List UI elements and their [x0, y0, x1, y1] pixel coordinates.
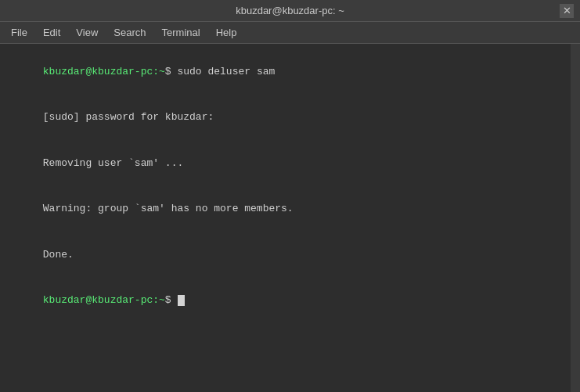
close-button[interactable]: ✕ [560, 4, 574, 18]
terminal-line-5: Done. [6, 232, 574, 278]
menu-file[interactable]: File [3, 24, 35, 41]
terminal-line-4: Warning: group `sam' has no more members… [6, 186, 574, 232]
terminal-line-3: Removing user `sam' ... [6, 140, 574, 186]
menu-search[interactable]: Search [106, 24, 153, 41]
final-path: ~ [159, 294, 165, 306]
menu-terminal[interactable]: Terminal [154, 24, 208, 41]
prompt-1: kbuzdar@kbuzdar-pc: [43, 66, 159, 77]
final-prompt: kbuzdar@kbuzdar-pc: [43, 294, 159, 306]
terminal-body[interactable]: kbuzdar@kbuzdar-pc:~$ sudo deluser sam [… [0, 44, 580, 392]
terminal-line-2: [sudo] password for kbuzdar: [6, 95, 574, 141]
terminal-window: kbuzdar@kbuzdar-pc: ~ ✕ File Edit View S… [0, 0, 580, 392]
menu-help[interactable]: Help [208, 24, 245, 41]
output-3: Removing user `sam' ... [43, 157, 183, 169]
scrollbar[interactable] [571, 44, 580, 392]
path-1: ~ [159, 66, 165, 77]
menu-bar: File Edit View Search Terminal Help [0, 22, 580, 44]
title-bar: kbuzdar@kbuzdar-pc: ~ ✕ [0, 0, 580, 22]
menu-view[interactable]: View [68, 24, 106, 41]
terminal-line-final: kbuzdar@kbuzdar-pc:~$ [6, 278, 574, 324]
terminal-line-1: kbuzdar@kbuzdar-pc:~$ sudo deluser sam [6, 49, 574, 95]
output-2: [sudo] password for kbuzdar: [43, 111, 214, 123]
menu-edit[interactable]: Edit [35, 24, 68, 41]
cmd-1: $ sudo deluser sam [165, 66, 275, 77]
output-4: Warning: group `sam' has no more members… [43, 203, 294, 214]
window-title: kbuzdar@kbuzdar-pc: ~ [236, 5, 344, 16]
output-5: Done. [43, 249, 74, 261]
cursor [178, 295, 185, 306]
final-symbol: $ [165, 294, 178, 306]
